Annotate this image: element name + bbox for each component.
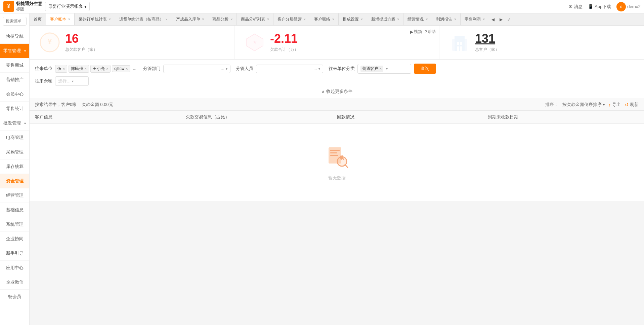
sidebar-item-app-center[interactable]: 应用中心 xyxy=(0,261,29,275)
tab-scroll-right-button[interactable]: ▶ xyxy=(497,13,505,25)
message-button[interactable]: ✉ 消息 xyxy=(569,4,583,10)
sidebar-item-mall[interactable]: 零售商城 xyxy=(0,58,29,73)
tab-operations[interactable]: 经营情况 × xyxy=(403,13,432,25)
filter-label-category: 往来单位分类 xyxy=(329,66,355,72)
filter-collapse-button[interactable]: ∧ 收起更多条件 xyxy=(321,88,352,95)
tab-close-icon[interactable]: × xyxy=(230,17,232,21)
tab-close-icon[interactable]: × xyxy=(332,17,334,21)
tab-close-icon[interactable]: × xyxy=(68,17,70,21)
refresh-button[interactable]: ↺ 刷新 xyxy=(625,102,639,108)
avatar: d xyxy=(616,2,626,11)
help-button[interactable]: ? 帮助 xyxy=(425,29,436,35)
tab-close-icon[interactable]: × xyxy=(202,17,204,21)
tab-close-icon[interactable]: × xyxy=(109,17,111,21)
video-button[interactable]: ▶ 视频 xyxy=(410,29,422,35)
filter-select-dept[interactable]: ··· ▾ xyxy=(163,65,230,73)
user-menu[interactable]: d demo2 xyxy=(616,2,641,11)
sidebar-item-wholesale[interactable]: 批发管理 ▾ xyxy=(0,116,29,131)
sidebar-item-system[interactable]: 系统管理 xyxy=(0,217,29,232)
sidebar-item-guide[interactable]: 新手引导 xyxy=(0,246,29,261)
sidebar-item-basic-info[interactable]: 基础信息 xyxy=(0,203,29,217)
sidebar-item-purchase[interactable]: 采购管理 xyxy=(0,145,29,159)
col-repayment: 回款情况 xyxy=(337,114,488,120)
tab-production-inbound[interactable]: 产成品入库单 × xyxy=(172,13,209,25)
sidebar-item-finance[interactable]: 资金管理 xyxy=(0,174,29,188)
refresh-icon: ↺ xyxy=(625,102,629,107)
filter-select-category[interactable]: 普通客户 × ▾ xyxy=(357,64,411,74)
filter-input-balance[interactable]: 选择... ▾ xyxy=(55,76,89,86)
sidebar-item-retail-stats[interactable]: 零售统计 xyxy=(0,102,29,116)
logo-area: ¥ 畅捷通好生意 标版 xyxy=(3,1,42,12)
tab-profit-report[interactable]: 利润报告 × xyxy=(432,13,461,25)
top-bar-right: ✉ 消息 📱 App下载 d demo2 xyxy=(569,2,641,11)
result-bar: 搜索结果中，客户0家 欠款金额 0.00元 排序： 按欠款金额倒序排序 ▾ ↑ … xyxy=(30,99,644,111)
export-button[interactable]: ↑ 导出 xyxy=(609,102,621,108)
tab-customer-layering[interactable]: 客户分层经营 × xyxy=(273,13,310,25)
chevron-down-icon: ▾ xyxy=(72,79,74,83)
sidebar-item-quick-nav[interactable]: 快捷导航 xyxy=(0,29,29,44)
tab-close-icon[interactable]: × xyxy=(454,17,456,21)
tab-customer-ledger[interactable]: 客户账本 × xyxy=(46,13,75,25)
badge-icon: ★ xyxy=(245,32,265,52)
tag-close-chen[interactable]: × xyxy=(84,67,86,71)
filter-tag-chen: 陈民强 × xyxy=(69,65,89,73)
sidebar-item-inventory[interactable]: 库存核算 xyxy=(0,159,29,174)
sidebar-item-member[interactable]: 畅会员 xyxy=(0,290,29,304)
tab-product-analysis-list[interactable]: 商品分析列表 × xyxy=(237,13,273,25)
chevron-down-icon: ▾ xyxy=(386,67,388,71)
filter-label-unit: 往来单位 xyxy=(35,66,52,72)
tab-close-icon[interactable]: × xyxy=(426,17,428,21)
filter-more-tags[interactable]: ... xyxy=(132,66,138,72)
dept-more-icon: ··· xyxy=(221,66,224,71)
chevron-down-icon: ▾ xyxy=(603,103,605,107)
content-area: 首页 客户账本 × 采购订单统计表 × 进货单统计表（按商品） × 产成品入库单… xyxy=(30,13,644,325)
query-button[interactable]: 查询 xyxy=(414,64,436,74)
top-bar: ¥ 畅捷通好生意 标版 母婴行业演示帐套 ▾ ✉ 消息 📱 App下载 d de… xyxy=(0,0,644,13)
stat-value-debt-customers: 16 xyxy=(65,33,224,45)
empty-text: 暂无数据 xyxy=(328,175,346,181)
stat-label-total-customers: 总客户（家） xyxy=(475,47,634,52)
tab-expand-button[interactable]: ⤢ xyxy=(505,13,513,25)
tab-commission-settings[interactable]: 提成设置 × xyxy=(339,13,367,25)
stat-value-total-debt: -2.11 xyxy=(270,33,429,45)
tab-close-icon[interactable]: × xyxy=(483,17,485,21)
sidebar-item-wechat[interactable]: 企业微信 xyxy=(0,275,29,290)
sidebar-item-enterprise[interactable]: 企业协同 xyxy=(0,232,29,246)
filter-tag-wang: 王小亮 × xyxy=(90,65,111,73)
tag-close-wu[interactable]: × xyxy=(63,67,65,71)
top-bar-left: ¥ 畅捷通好生意 标版 母婴行业演示帐套 ▾ xyxy=(3,1,90,12)
svg-text:¥: ¥ xyxy=(48,37,52,46)
sidebar-item-member-center[interactable]: 会员中心 xyxy=(0,87,29,102)
tab-home[interactable]: 首页 xyxy=(30,13,46,25)
filter-select-person[interactable]: ··· ▾ xyxy=(256,65,323,73)
stat-info-total-customers: 131 总客户（家） xyxy=(475,33,634,52)
account-dropdown[interactable]: 母婴行业演示帐套 ▾ xyxy=(45,2,90,11)
sidebar-item-retail[interactable]: 零售管理 ▾ xyxy=(0,44,29,58)
app-download-button[interactable]: 📱 App下载 xyxy=(588,4,611,10)
tab-close-icon[interactable]: × xyxy=(166,17,168,21)
table-empty: 暂无数据 xyxy=(30,124,644,201)
stat-info-total-debt: -2.11 欠款合计（万） xyxy=(270,33,429,52)
tab-scroll-left-button[interactable]: ◀ xyxy=(489,13,497,25)
tag-close-category[interactable]: × xyxy=(380,67,382,71)
tab-close-icon[interactable]: × xyxy=(267,17,269,21)
tag-close-cjttcw[interactable]: × xyxy=(126,67,128,71)
tab-purchase-order-stats[interactable]: 采购订单统计表 × xyxy=(75,13,115,25)
tab-product-analysis[interactable]: 商品分析 × xyxy=(208,13,237,25)
tag-close-wang[interactable]: × xyxy=(106,67,108,71)
sidebar-item-ecommerce[interactable]: 电商管理 xyxy=(0,131,29,145)
stat-value-total-customers: 131 xyxy=(475,33,634,45)
video-help-area: ▶ 视频 ? 帮助 xyxy=(410,29,436,35)
sidebar-item-marketing[interactable]: 营销推广 xyxy=(0,73,29,87)
sort-selector[interactable]: 按欠款金额倒序排序 ▾ xyxy=(562,102,605,108)
tab-close-icon[interactable]: × xyxy=(304,17,306,21)
tab-customer-contact[interactable]: 客户联络 × xyxy=(310,13,339,25)
tab-retail-profit[interactable]: 零售利润 × xyxy=(461,13,489,25)
tab-close-icon[interactable]: × xyxy=(361,17,363,21)
sidebar-item-operations[interactable]: 经营管理 xyxy=(0,188,29,203)
chevron-down-icon: ▾ xyxy=(226,67,227,71)
tab-close-icon[interactable]: × xyxy=(397,17,399,21)
search-input[interactable] xyxy=(3,17,27,26)
tab-add-commission[interactable]: 新增提成方案 × xyxy=(367,13,404,25)
tab-inbound-stats[interactable]: 进货单统计表（按商品） × xyxy=(115,13,172,25)
